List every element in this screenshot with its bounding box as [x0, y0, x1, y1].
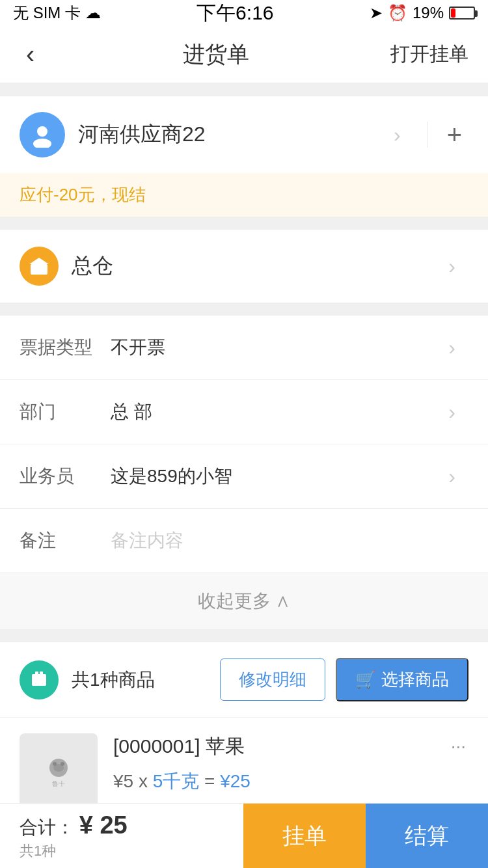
status-time: 下午6:16	[197, 0, 273, 27]
svg-marker-3	[29, 258, 49, 264]
supplier-avatar	[20, 112, 65, 157]
remark-label: 备注	[20, 528, 111, 553]
product-name: [0000001] 苹果	[113, 733, 433, 760]
total-count: 共1种	[20, 841, 224, 861]
section-gap-4	[0, 629, 488, 642]
select-product-button[interactable]: 🛒 选择商品	[336, 658, 468, 701]
quantity: 5千克	[153, 771, 200, 791]
product-thumbnail: 鲁十	[20, 733, 98, 811]
department-chevron-icon: ›	[448, 400, 455, 424]
svg-text:鲁十: 鲁十	[52, 780, 65, 787]
product-count-icon	[20, 660, 59, 699]
svg-rect-5	[35, 671, 38, 675]
unit-price: ¥5	[113, 771, 133, 791]
product-section: 共1种商品 修改明细 🛒 选择商品 鲁十 [0000001] 苹果	[0, 642, 488, 827]
salesman-value: 这是859的小智	[111, 464, 448, 489]
department-label: 部门	[20, 400, 111, 424]
supplier-section: 河南供应商22 › + 应付-20元，现结	[0, 96, 488, 217]
remark-row[interactable]: 备注 备注内容	[0, 508, 488, 573]
status-bar: 无 SIM 卡 ☁ 下午6:16 ➤ ⏰ 19%	[0, 0, 488, 26]
warehouse-section: 总仓 ›	[0, 230, 488, 303]
invoice-type-row[interactable]: 票据类型 不开票 ›	[0, 316, 488, 379]
section-gap-1	[0, 83, 488, 96]
total-price: ¥25	[220, 771, 251, 791]
total-amount: ¥ 25	[79, 811, 128, 839]
back-button[interactable]: ‹	[20, 33, 41, 75]
svg-rect-6	[40, 671, 43, 675]
edit-detail-button[interactable]: 修改明细	[220, 658, 325, 701]
location-icon: ➤	[370, 4, 383, 22]
product-count-text: 共1种商品	[72, 668, 220, 692]
multiply-sign: x	[139, 771, 153, 791]
svg-point-10	[61, 762, 64, 766]
suspend-button[interactable]: 挂单	[243, 804, 366, 869]
svg-point-0	[37, 126, 47, 137]
department-value: 总 部	[111, 400, 448, 424]
supplier-name: 河南供应商22	[78, 120, 394, 149]
cart-icon: 🛒	[355, 670, 376, 690]
section-gap-2	[0, 217, 488, 230]
warehouse-chevron-icon: ›	[448, 254, 455, 278]
page-title: 进货单	[183, 40, 249, 70]
more-options-button[interactable]: ···	[448, 733, 468, 759]
vertical-divider	[427, 122, 427, 148]
select-product-label: 选择商品	[381, 668, 449, 691]
product-info: [0000001] 苹果 ¥5 x 5千克 = ¥25	[113, 733, 433, 794]
form-section: 票据类型 不开票 › 部门 总 部 › 业务员 这是859的小智 › 备注 备注…	[0, 316, 488, 629]
invoice-type-value: 不开票	[111, 335, 448, 360]
bottom-bar: 合计： ¥ 25 共1种 挂单 结算	[0, 803, 488, 868]
open-pending-button[interactable]: 打开挂单	[390, 41, 468, 68]
alarm-icon: ⏰	[388, 4, 407, 22]
nav-bar: ‹ 进货单 打开挂单	[0, 26, 488, 83]
department-row[interactable]: 部门 总 部 ›	[0, 379, 488, 444]
section-gap-3	[0, 303, 488, 316]
battery-text: 19%	[413, 4, 444, 22]
status-right: ➤ ⏰ 19%	[370, 4, 475, 22]
battery-icon	[449, 7, 475, 20]
product-header: 共1种商品 修改明细 🛒 选择商品	[0, 642, 488, 717]
status-left: 无 SIM 卡 ☁	[13, 3, 101, 23]
equals-sign: =	[204, 771, 220, 791]
supplier-info-bar: 应付-20元，现结	[0, 173, 488, 217]
svg-point-1	[33, 139, 51, 148]
svg-rect-2	[31, 264, 47, 275]
warehouse-icon	[20, 247, 59, 286]
supplier-row[interactable]: 河南供应商22 › +	[0, 96, 488, 173]
invoice-type-label: 票据类型	[20, 335, 111, 360]
warehouse-row[interactable]: 总仓 ›	[0, 230, 488, 303]
add-supplier-button[interactable]: +	[441, 120, 468, 150]
collapse-row[interactable]: 收起更多 ∧	[0, 573, 488, 629]
supplier-chevron-icon: ›	[394, 123, 401, 147]
total-section: 合计： ¥ 25 共1种	[0, 811, 243, 861]
remark-input[interactable]: 备注内容	[111, 528, 468, 553]
checkout-button[interactable]: 结算	[366, 804, 488, 869]
product-price: ¥5 x 5千克 = ¥25	[113, 769, 433, 794]
salesman-label: 业务员	[20, 464, 111, 489]
salesman-chevron-icon: ›	[448, 465, 455, 489]
svg-rect-4	[32, 674, 46, 686]
total-label: 合计：	[20, 817, 74, 837]
warehouse-name: 总仓	[72, 252, 448, 280]
salesman-row[interactable]: 业务员 这是859的小智 ›	[0, 444, 488, 508]
svg-point-9	[53, 762, 57, 766]
invoice-type-chevron-icon: ›	[448, 336, 455, 360]
sim-status: 无 SIM 卡 ☁	[13, 3, 101, 23]
